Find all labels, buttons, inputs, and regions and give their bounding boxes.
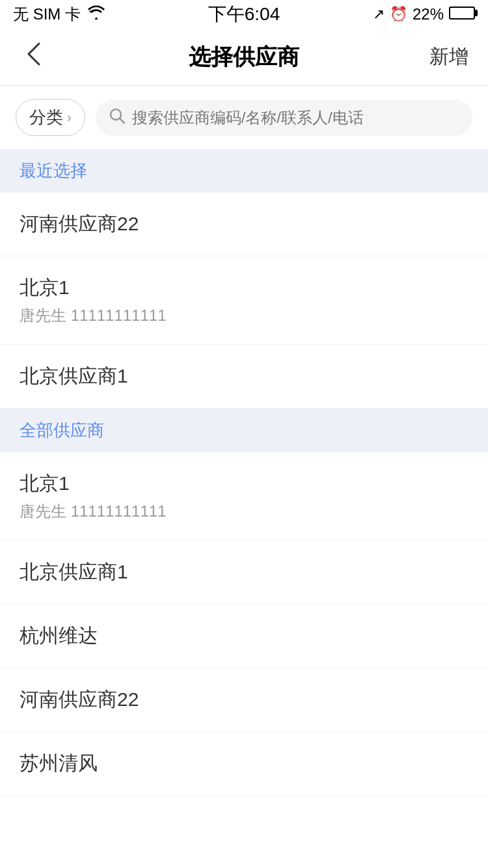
- search-input[interactable]: [132, 109, 459, 127]
- wifi-icon: [87, 5, 105, 23]
- category-button[interactable]: 分类 ›: [16, 99, 85, 136]
- status-bar: 无 SIM 卡 下午6:04 ↗ ⏰ 22%: [0, 0, 488, 29]
- search-icon: [109, 107, 126, 128]
- list-item[interactable]: 苏州清风: [0, 732, 488, 796]
- list-item[interactable]: 北京供应商1: [0, 541, 488, 604]
- list-item[interactable]: 河南供应商22: [0, 193, 488, 256]
- item-name: 北京供应商1: [20, 363, 468, 390]
- category-label: 分类: [29, 106, 63, 129]
- add-button[interactable]: 新增: [429, 44, 468, 70]
- list-item[interactable]: 杭州维达: [0, 604, 488, 668]
- item-name: 北京供应商1: [20, 559, 468, 586]
- system-icons: ↗ ⏰ 22%: [373, 5, 475, 23]
- all-items-list: 北京1 唐先生 11111111111 北京供应商1 杭州维达 河南供应商22 …: [0, 452, 488, 796]
- search-box: [96, 100, 472, 136]
- recent-items-list: 河南供应商22 北京1 唐先生 11111111111 北京供应商1: [0, 193, 488, 409]
- back-button[interactable]: [20, 34, 48, 79]
- location-icon: ↗: [373, 6, 385, 23]
- list-item[interactable]: 北京1 唐先生 11111111111: [0, 452, 488, 541]
- list-item[interactable]: 河南供应商22: [0, 668, 488, 732]
- time-display: 下午6:04: [208, 2, 280, 27]
- item-name: 北京1: [20, 470, 468, 497]
- item-name: 河南供应商22: [20, 686, 468, 713]
- item-name: 河南供应商22: [20, 211, 468, 237]
- carrier-info: 无 SIM 卡: [13, 4, 105, 25]
- nav-bar: 选择供应商 新增: [0, 29, 488, 86]
- filter-bar: 分类 ›: [0, 86, 488, 149]
- list-item[interactable]: 北京供应商1: [0, 345, 488, 409]
- item-detail: 唐先生 11111111111: [20, 501, 468, 522]
- chevron-right-icon: ›: [67, 110, 72, 125]
- carrier-text: 无 SIM 卡: [13, 4, 81, 25]
- svg-line-1: [120, 118, 124, 123]
- item-name: 北京1: [20, 275, 468, 301]
- item-name: 杭州维达: [20, 623, 468, 649]
- alarm-icon: ⏰: [390, 6, 407, 23]
- recent-section-label: 最近选择: [20, 161, 87, 180]
- all-section-label: 全部供应商: [20, 420, 104, 440]
- page-title: 选择供应商: [189, 42, 299, 72]
- battery-icon: [449, 5, 475, 23]
- recent-section-header: 最近选择: [0, 149, 488, 193]
- list-item[interactable]: 北京1 唐先生 11111111111: [0, 256, 488, 345]
- item-detail: 唐先生 11111111111: [20, 305, 468, 326]
- all-section-header: 全部供应商: [0, 409, 488, 452]
- battery-percent: 22%: [413, 5, 444, 23]
- item-name: 苏州清风: [20, 750, 468, 777]
